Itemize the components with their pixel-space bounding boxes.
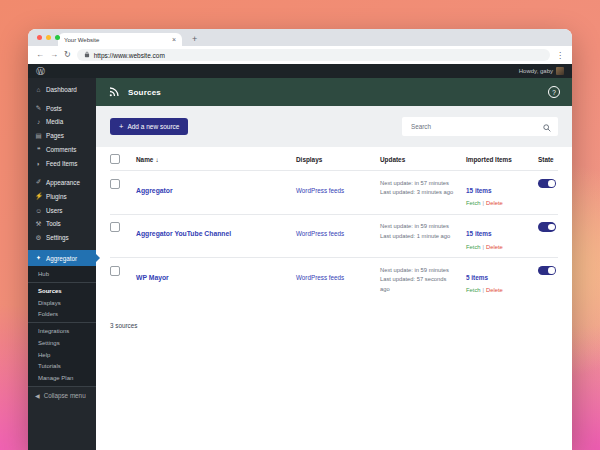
imported-items-link[interactable]: 5 items [466,274,488,281]
search-icon[interactable] [543,118,551,136]
sources-count: 3 sources [110,302,558,329]
forward-icon[interactable]: → [50,51,58,59]
maximize-window-button[interactable] [55,35,60,40]
browser-address-bar: ← → ↻ https://www.website.com ⋮ [28,46,572,64]
collapse-menu-label: Collapse menu [44,392,86,399]
fetch-link[interactable]: Fetch [466,200,481,206]
sidebar-item-dashboard[interactable]: ⌂ Dashboard [28,83,96,96]
sidebar-item-posts[interactable]: ✎ Posts [28,101,96,115]
row-checkbox[interactable] [110,266,120,276]
submenu-item-help[interactable]: Help [28,349,96,361]
rss-icon [108,86,120,98]
sidebar-item-feed-items[interactable]: ◗ Feed Items [28,157,96,170]
state-toggle[interactable] [538,222,556,232]
help-icon[interactable]: ? [548,86,560,98]
imported-items-link[interactable]: 15 items [466,230,492,237]
updates-cell: Next update: in 57 minutes Last updated:… [380,179,466,198]
row-actions: Fetch|Delete [466,244,538,250]
submenu-item-settings-sub[interactable]: Settings [28,337,96,349]
submenu-item-folders[interactable]: Folders [28,308,96,320]
column-header-state[interactable]: State [538,156,558,163]
howdy-account[interactable]: Howdy, gaby [519,67,564,75]
lock-icon [84,51,90,59]
sidebar-item-icon: ⌂ [35,86,42,93]
browser-menu-icon[interactable]: ⋮ [556,51,564,60]
sidebar-item-tools[interactable]: ⚒ Tools [28,217,96,231]
sidebar-item-icon: ⚡ [35,192,42,200]
column-header-displays[interactable]: Displays [296,156,380,163]
tab-close-icon[interactable]: × [172,36,176,43]
sidebar-item-comments[interactable]: ❝ Comments [28,143,96,157]
window-controls [37,35,60,40]
wp-admin-app: ⌂ Dashboard ✎ Posts ♪ Media ▤ Pages ❝ Co… [28,78,572,450]
delete-link[interactable]: Delete [486,200,503,206]
delete-link[interactable]: Delete [486,287,503,293]
sidebar-item-icon: ❝ [35,146,42,154]
submenu-item-hub[interactable]: Hub [28,268,96,280]
next-update-text: Next update: in 59 minutes [380,266,454,276]
back-icon[interactable]: ← [36,51,44,59]
sidebar-item-icon: ♪ [35,118,42,125]
wp-admin-bar: Ⓦ Howdy, gaby [28,64,572,78]
imported-items-link[interactable]: 15 items [466,187,492,194]
source-name-link[interactable]: Aggregator YouTube Channel [136,230,231,237]
sidebar-item-appearance[interactable]: ✐ Appearance [28,175,96,189]
minimize-window-button[interactable] [46,35,51,40]
row-checkbox[interactable] [110,222,120,232]
sidebar-item-users[interactable]: ☺ Users [28,204,96,217]
plus-icon: + [119,123,123,131]
column-header-imported-items[interactable]: Imported Items [466,156,538,163]
next-update-text: Next update: in 57 minutes [380,179,454,189]
action-separator: | [483,287,485,293]
source-name-link[interactable]: Aggregator [136,187,173,194]
sidebar-item-icon: ☺ [35,207,42,214]
sidebar-item-pages[interactable]: ▤ Pages [28,129,96,143]
collapse-menu-button[interactable]: ◀ Collapse menu [28,386,96,403]
imported-items-cell: 15 items Fetch|Delete [466,179,538,207]
sidebar-item-settings[interactable]: ⚙ Settings [28,231,96,245]
add-new-source-button[interactable]: + Add a new source [110,118,188,136]
delete-link[interactable]: Delete [486,244,503,250]
imported-items-cell: 5 items Fetch|Delete [466,266,538,294]
sidebar-item-icon: ▤ [35,132,42,140]
last-updated-text: Last updated: 1 minute ago [380,232,454,242]
search-input[interactable] [409,122,539,131]
displays-link[interactable]: WordPress feeds [296,187,344,194]
sidebar-item-icon: ◗ [35,160,42,167]
table-row: Aggregator WordPress feeds Next update: … [110,170,558,214]
sidebar-item-media[interactable]: ♪ Media [28,115,96,128]
fetch-link[interactable]: Fetch [466,244,481,250]
sidebar-item-label: Tools [46,220,61,227]
table-row: WP Mayor WordPress feeds Next update: in… [110,257,558,302]
browser-tab[interactable]: Your Website × [58,33,182,46]
column-header-name[interactable]: Name↓ [136,156,296,163]
submenu-item-sources[interactable]: Sources [28,285,96,297]
imported-items-cell: 15 items Fetch|Delete [466,222,538,250]
close-window-button[interactable] [37,35,42,40]
submenu-item-manage-plan[interactable]: Manage Plan [28,372,96,384]
submenu-item-integrations[interactable]: Integrations [28,325,96,337]
row-checkbox[interactable] [110,179,120,189]
sidebar-item-plugins[interactable]: ⚡ Plugins [28,189,96,203]
reload-icon[interactable]: ↻ [64,51,71,59]
column-header-updates[interactable]: Updates [380,156,466,163]
displays-link[interactable]: WordPress feeds [296,230,344,237]
page-header: Sources ? [96,78,572,106]
displays-link[interactable]: WordPress feeds [296,274,344,281]
admin-sidebar: ⌂ Dashboard ✎ Posts ♪ Media ▤ Pages ❝ Co… [28,78,96,450]
submenu-item-tutorials[interactable]: Tutorials [28,361,96,373]
submenu-item-displays[interactable]: Displays [28,297,96,309]
source-name-link[interactable]: WP Mayor [136,274,169,281]
action-separator: | [483,200,485,206]
sources-table: Name↓ Displays Updates Imported Items St… [96,147,572,450]
url-field[interactable]: https://www.website.com [77,49,550,61]
fetch-link[interactable]: Fetch [466,287,481,293]
state-toggle[interactable] [538,179,556,189]
new-tab-button[interactable]: + [192,35,197,44]
sidebar-item-label: Plugins [46,193,67,200]
select-all-checkbox[interactable] [110,154,120,164]
state-toggle[interactable] [538,266,556,276]
url-text: https://www.website.com [94,52,165,59]
sidebar-item-aggregator[interactable]: ✦ Aggregator [28,250,96,266]
wordpress-logo-icon[interactable]: Ⓦ [36,67,45,76]
